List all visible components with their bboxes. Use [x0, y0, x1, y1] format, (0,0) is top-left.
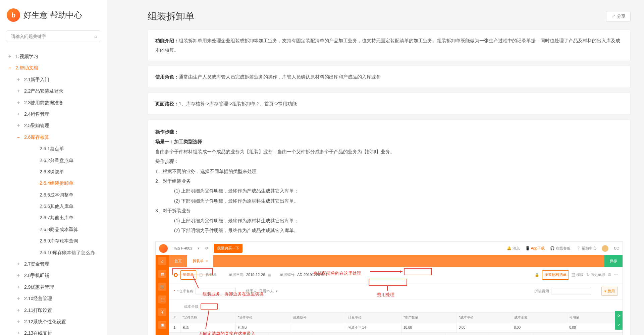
fee-button[interactable]: ¥ 费用	[601, 287, 618, 296]
nav-docs[interactable]: –2.帮助文档	[7, 62, 100, 73]
nav-2-12[interactable]: +2.12系统个性化设置	[15, 316, 100, 327]
role-text: 通常由生产人员或库管人员完成拆装业务的操作，库管人员确认原材料的出库和产成品的入…	[179, 74, 381, 79]
search-input[interactable]	[7, 30, 100, 42]
refresh-icon[interactable]: ⟳	[618, 312, 620, 319]
nav-2-11[interactable]: +2.11打印设置	[15, 304, 100, 316]
page-title: 组装拆卸单	[148, 10, 195, 23]
nav-2-6-6[interactable]: 2.6.6其他入库单	[24, 201, 100, 212]
embedded-screenshot: TEST-H002 ▾ ⚙ 我要购买一下 🔔 消息 📱 App下载 🎧 在线客服…	[155, 241, 623, 335]
shot-trial-button[interactable]: 我要购买一下	[214, 244, 243, 253]
nav-2-5[interactable]: +2.5采购管理	[15, 120, 100, 131]
btn-tpl[interactable]: ▦ 模板	[572, 271, 584, 279]
shot-topbar: TEST-H002 ▾ ⚙ 我要购买一下 🔔 消息 📱 App下载 🎧 在线客服…	[156, 242, 623, 255]
no-label: 单据编号	[280, 271, 294, 279]
chevron-down-icon: ▾	[198, 244, 200, 252]
step-3: 3、对于拆装业务	[155, 206, 623, 216]
nav-2-1[interactable]: +2.1新手入门	[15, 74, 100, 85]
steps-card: 操作步骤： 场景一：加工类型选择 当由多个子件材料组装成一个成品的业务为【组装】…	[148, 119, 631, 335]
save-button[interactable]: 保存	[604, 255, 623, 267]
nav-2-4[interactable]: +2.4销售管理	[15, 108, 100, 120]
nav-2-6-5[interactable]: 2.6.5成本调整单	[24, 189, 100, 201]
nav-2-6-2[interactable]: 2.6.2分量盘点单	[24, 155, 100, 166]
radio-off-icon[interactable]	[199, 273, 203, 277]
nav-2-6-9[interactable]: 2.6.9库存账本查询	[24, 235, 100, 246]
role-card: 使用角色：通常由生产人员或库管人员完成拆装业务的操作，库管人员确认原材料的出库和…	[148, 66, 631, 88]
child-grid: #*子件名称目录价规格型号*单位*数量*基本单价*基本金额*费用比例预计订单操作…	[169, 332, 623, 335]
path-text: 1、库存核算->库存管理->组装拆卸单 2、首页->常用功能	[179, 101, 297, 106]
cart-icon[interactable]: 🛒	[158, 283, 166, 291]
nav-2-6-8[interactable]: 2.6.8商品成本重算	[24, 224, 100, 235]
intro-card: 功能介绍：组装拆卸单用来处理企业组装或拆卸等加工业务，支持有固定装配清单的产品加…	[148, 30, 631, 61]
nav-2-6-4[interactable]: 2.6.4组装拆卸单	[24, 177, 100, 189]
brand-title: 好生意 帮助中心	[23, 10, 82, 20]
fee-input[interactable]	[551, 288, 591, 294]
nav-2-3[interactable]: +2.3使用前数据准备	[15, 97, 100, 108]
shot-tenant: TEST-H002	[173, 244, 192, 252]
nav-video[interactable]: +1.视频学习	[7, 51, 100, 62]
shot-panel: 首页 拆装单× 保存 组装单 拆卸单 单据日期 2019-12-26 ▦	[169, 255, 623, 335]
step-1: 1、根据不同的业务，选择不同单据的类型来处理	[155, 167, 623, 176]
scene-title: 场景一：加工类型选择	[155, 139, 202, 144]
intro-text: 组装拆卸单用来处理企业组装或拆卸等加工业务，支持有固定装配清单的产品加工业务，也…	[155, 38, 620, 53]
step-3a: (1) 上部明细为父件明细，最终作为原材料生成其它出库单；	[155, 216, 623, 226]
more-icon[interactable]: ⋯	[614, 271, 618, 279]
nav-2-10[interactable]: +2.10经营管理	[15, 293, 100, 304]
chart-icon[interactable]: ▣	[158, 321, 166, 329]
tab-home[interactable]: 首页	[169, 255, 187, 267]
print-icon[interactable]: 🖶	[608, 271, 611, 279]
shot-row1: 组装单 拆卸单 单据日期 2019-12-26 ▦ 单据编号 AD-201912…	[169, 267, 623, 283]
plus-icon: +	[7, 53, 13, 59]
doc-icon[interactable]: ▤	[158, 270, 166, 278]
type-zz[interactable]: 组装单	[180, 270, 196, 279]
btn-hist[interactable]: ↻ 历史单据	[586, 271, 605, 279]
plus-icon: +	[15, 330, 21, 335]
nav-2-6-1[interactable]: 2.6.1盘点单	[24, 143, 100, 154]
btn-cfg[interactable]: 按装配料清单	[542, 270, 569, 279]
tab-doc[interactable]: 拆装单×	[187, 255, 213, 267]
shot-logo-icon	[159, 244, 168, 253]
sidebar: b 好生意 帮助中心 ⌕ +1.视频学习 –2.帮助文档 +2.1新手入门 +2…	[0, 0, 107, 335]
plus-icon: +	[15, 273, 21, 279]
plus-icon: +	[15, 295, 21, 301]
search-box: ⌕	[7, 30, 100, 42]
gear-icon: ⚙	[205, 244, 208, 252]
shot-app[interactable]: 📱 App下载	[525, 244, 545, 252]
search-icon[interactable]: ⌕	[94, 34, 97, 39]
nav-2-8[interactable]: +2.8手机旺铺	[15, 270, 100, 281]
shot-help[interactable]: ❔ 帮助中心	[576, 244, 596, 252]
path-card: 页面路径：1、库存核算->库存管理->组装拆卸单 2、首页->常用功能	[148, 93, 631, 115]
plus-icon: +	[15, 261, 21, 267]
nav-2-6-10[interactable]: 2.6.10库存账本错了怎么办	[24, 247, 100, 258]
close-icon[interactable]: ×	[206, 259, 208, 263]
shot-user: CC	[614, 244, 619, 252]
nav-2-6[interactable]: –2.6库存核算	[15, 131, 100, 143]
shot-rail: ⌂ ▤ 🛒 ⬚ ¥ ▣	[156, 255, 169, 335]
nav-2-7[interactable]: +2.7资金管理	[15, 258, 100, 270]
nav-tree: +1.视频学习 –2.帮助文档 +2.1新手入门 +2.2产品安装及登录 +2.…	[7, 51, 100, 335]
role-label: 使用角色：	[155, 74, 179, 79]
shot-svc[interactable]: 🎧 在线客服	[550, 244, 571, 252]
nav-2-13[interactable]: +2.13在线支付	[15, 327, 100, 335]
home-icon[interactable]: ⌂	[158, 257, 166, 265]
nav-2-6-3[interactable]: 2.6.3调拨单	[24, 166, 100, 177]
radio-on-icon[interactable]	[174, 273, 178, 277]
minus-icon: –	[15, 134, 21, 140]
share-button[interactable]: 分享	[606, 11, 631, 22]
chevron-down-icon[interactable]: ▾	[276, 287, 278, 295]
avatar-icon[interactable]	[602, 245, 608, 252]
lock-icon: 🔒	[535, 271, 539, 279]
main-content: 组装拆卸单 分享 功能介绍：组装拆卸单用来处理企业组装或拆卸等加工业务，支持有固…	[107, 0, 644, 335]
date-label: 单据日期	[229, 271, 244, 279]
box-icon[interactable]: ⬚	[158, 295, 166, 303]
nav-2-6-7[interactable]: 2.6.7其他出库单	[24, 212, 100, 223]
wh-input[interactable]	[196, 288, 236, 294]
shot-tabs: 首页 拆装单× 保存	[169, 255, 623, 267]
nav-2-9[interactable]: +2.9优惠券管理	[15, 281, 100, 293]
shot-msg[interactable]: 🔔 消息	[507, 244, 520, 252]
calendar-icon[interactable]: ▦	[268, 271, 271, 279]
nav-2-2[interactable]: +2.2产品安装及登录	[15, 85, 100, 97]
hand-label: 经手人	[246, 287, 257, 295]
type-cx[interactable]: 拆卸单	[206, 271, 217, 279]
expand-icon[interactable]: ⤢	[618, 321, 620, 328]
yen-icon[interactable]: ¥	[158, 308, 166, 316]
